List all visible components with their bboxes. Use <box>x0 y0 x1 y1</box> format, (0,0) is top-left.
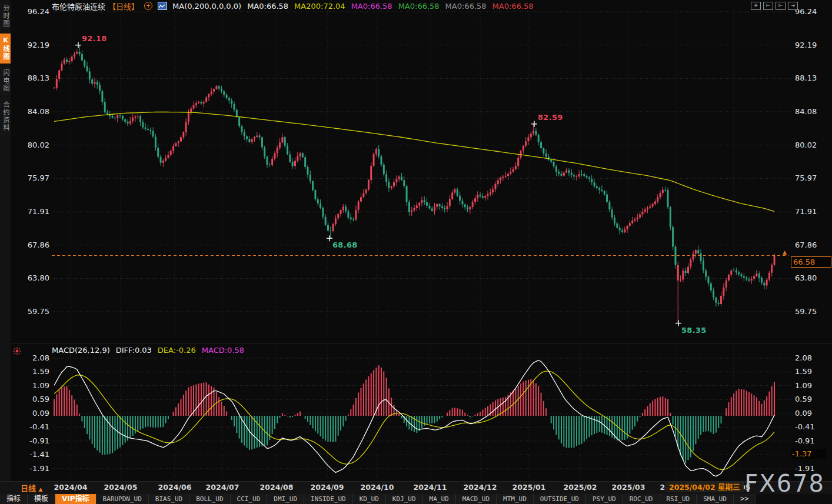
macd-chart[interactable] <box>0 343 832 482</box>
macd-cursor-tag: -1.37 <box>791 449 826 459</box>
toolbar-item[interactable]: VIP指标 <box>55 494 96 504</box>
price-axis-label: 1.09 <box>795 381 830 390</box>
price-extreme-annotation: 82.59 <box>538 113 563 122</box>
ma-value: MA200:72.04 <box>294 2 345 11</box>
price-direction-arrow: ▲ <box>783 249 787 255</box>
period-tag: 【日线】 <box>108 1 139 12</box>
pane-expand-icon[interactable]: ⇥ <box>788 2 798 10</box>
axis-frame-right-icon[interactable]: ⊩ <box>776 2 786 10</box>
price-axis-label: 71.91 <box>795 207 830 216</box>
chart-layout-buttons: ✛⊢⊩⇥ <box>751 2 798 10</box>
macd-histogram <box>54 365 774 463</box>
toolbar-item[interactable]: PSY_UD <box>586 494 623 504</box>
price-extreme-annotation: 92.18 <box>82 34 107 43</box>
ma-value: MA0:66.58 <box>398 2 440 11</box>
toolbar-item[interactable]: RSI_UD <box>660 494 697 504</box>
macd-params: MACD(26,12,9) <box>52 346 110 355</box>
ma-value: MA0:66.58 <box>445 2 487 11</box>
date-label: 2024/05 <box>104 483 138 492</box>
ma-value: MA0:66.58 <box>351 2 392 11</box>
price-axis-label: 0.59 <box>795 395 830 404</box>
candles <box>54 45 776 323</box>
toolbar-item[interactable]: DMI_UD <box>267 494 304 504</box>
toolbar-item[interactable]: KD_UD <box>353 494 386 504</box>
period-arrow-icon: ▲ <box>39 486 43 492</box>
ma-value: MA0:66.58 <box>492 2 534 11</box>
toolbar-item[interactable]: 指标 <box>0 494 28 504</box>
toolbar-item[interactable]: 模板 <box>28 494 55 504</box>
charting-app: 分时图K线图闪电图合约资料 布伦特原油连续 【日线】 + MA(0,200,0,… <box>0 0 832 504</box>
date-label: 2025/01 <box>512 483 546 492</box>
toolbar-item[interactable]: MTM_UD <box>497 494 534 504</box>
price-axis-label: 88.13 <box>795 74 830 83</box>
toolbar-item[interactable]: MACD_UD <box>456 494 497 504</box>
price-axis-label: 1.59 <box>795 367 830 376</box>
ma-value: MA(0,200,0,0,0,0) <box>172 2 241 11</box>
move-crosshair-icon[interactable]: ✛ <box>751 2 761 10</box>
current-price-tag: 66.58 <box>791 256 831 268</box>
price-axis-label: 2.08 <box>795 353 830 363</box>
price-axis-label: 67.86 <box>795 241 830 250</box>
date-label: 2025/02 <box>564 483 597 492</box>
sidebar-tab[interactable]: 合约资料 <box>0 98 11 135</box>
toolbar-item[interactable]: MA_UD <box>423 494 456 504</box>
chart-header: 布伦特原油连续 【日线】 + MA(0,200,0,0,0,0)MA0:66.5… <box>11 0 832 12</box>
macd-diff-value: DIFF:0.03 <box>116 346 152 355</box>
cursor-date-readout: 2025/04/02 星期三 <box>665 482 744 492</box>
date-label: 2024/11 <box>414 483 447 492</box>
price-extreme-annotation: 58.35 <box>681 326 707 335</box>
price-axis-label: 92.19 <box>795 41 830 50</box>
date-label: 2024/04 <box>54 483 88 492</box>
price-axis-label: 75.97 <box>795 173 830 183</box>
date-label: 2024/06 <box>158 483 192 492</box>
toolbar-item[interactable]: INSIDE_UD <box>304 494 353 504</box>
chart-type-sidebar: 分时图K线图闪电图合约资料 <box>0 0 11 481</box>
axis-frame-icon[interactable]: ⊢ <box>763 2 773 10</box>
price-axis-label: 59.75 <box>795 307 830 316</box>
price-extreme-annotation: 68.68 <box>332 241 358 249</box>
fx678-watermark: FX678 <box>744 470 825 497</box>
date-label: 2024/07 <box>206 483 239 492</box>
line-chart-icon[interactable] <box>158 2 167 10</box>
instrument-title: 布伦特原油连续 <box>52 1 105 12</box>
toolbar-item[interactable]: BIAS_UD <box>149 494 189 504</box>
period-text: 日线 <box>21 484 36 493</box>
macd-readout: MACD(26,12,9) DIFF:0.03 DEA:-0.26 MACD:0… <box>52 346 244 355</box>
date-label: 2024/08 <box>260 483 294 492</box>
ma-readouts: MA(0,200,0,0,0,0)MA0:66.58MA200:72.04MA0… <box>172 2 534 11</box>
sidebar-tab[interactable]: K线图 <box>0 34 11 64</box>
indicator-settings-icon[interactable] <box>13 346 21 358</box>
macd-dea-value: DEA:-0.26 <box>158 346 196 355</box>
price-axis-label: 80.02 <box>795 141 830 150</box>
toolbar-item[interactable]: BOLL_UD <box>189 494 230 504</box>
ma200-line <box>54 112 774 211</box>
toolbar-item[interactable]: ROC_UD <box>623 494 660 504</box>
date-label: 2024/10 <box>361 483 394 492</box>
macd-hist-value: MACD:0.58 <box>202 346 244 355</box>
toolbar-item[interactable]: KDJ_UD <box>386 494 423 504</box>
period-selector[interactable]: 日线 ▲ <box>21 482 42 493</box>
price-chart[interactable] <box>0 0 832 343</box>
toolbar-item[interactable]: OUTSIDE_UD <box>534 494 586 504</box>
sidebar-tab[interactable]: 分时图 <box>0 2 11 31</box>
toolbar-item[interactable]: CCI_UD <box>231 494 268 504</box>
indicator-toolbar: 指标模板VIP指标BARUPDN_UDBIAS_UDBOLL_UDCCI_UDD… <box>0 494 832 504</box>
price-axis-label: -0.41 <box>795 422 830 432</box>
toolbar-item[interactable]: BARUPDN_UD <box>96 494 149 504</box>
price-axis-label: 84.08 <box>795 107 830 116</box>
price-axis-label: 0.09 <box>795 409 830 418</box>
date-label: 2025/03 <box>612 483 645 492</box>
date-label: 2024/12 <box>464 483 497 492</box>
sidebar-tab[interactable]: 闪电图 <box>0 66 11 95</box>
price-axis-label: -0.91 <box>795 436 830 446</box>
ma-value: MA0:66.58 <box>247 2 288 11</box>
price-axis-label: 63.80 <box>795 273 830 283</box>
toolbar-item[interactable]: SMA_UD <box>697 494 734 504</box>
date-label: 2024/09 <box>311 483 344 492</box>
add-indicator-icon[interactable]: + <box>144 2 152 10</box>
